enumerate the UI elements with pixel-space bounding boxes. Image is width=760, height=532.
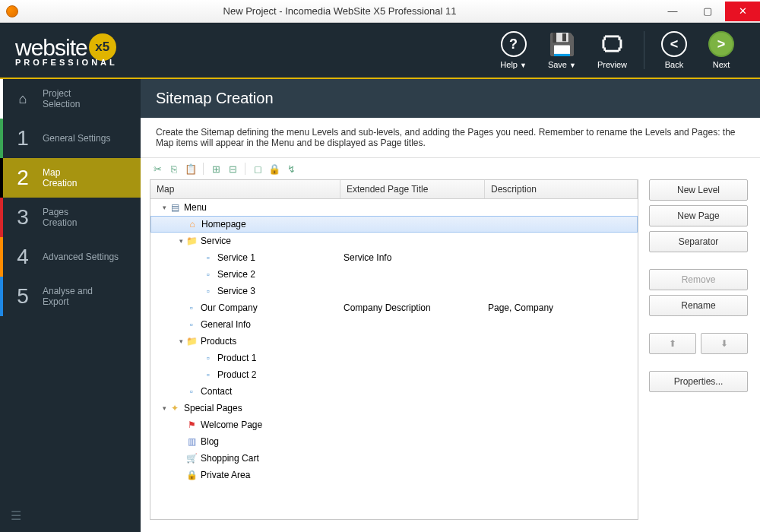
tree-node-label: Service 1: [217, 252, 255, 263]
tree-cell-ext: Company Description: [340, 302, 485, 313]
tree-row[interactable]: ▫Our CompanyCompany DescriptionPage, Com…: [150, 299, 638, 316]
cut-icon[interactable]: ✂: [150, 161, 165, 176]
step-number: 5: [11, 284, 35, 309]
tree-row[interactable]: ▾📁Products: [150, 333, 638, 350]
hide-icon[interactable]: ◻: [250, 161, 265, 176]
tree-cell-map: 🔒Private Area: [150, 469, 340, 481]
tree-row[interactable]: 🔒Private Area: [150, 467, 638, 483]
column-description[interactable]: Description: [485, 180, 638, 198]
tree-row[interactable]: ▫Product 1: [150, 350, 638, 366]
tree-node-label: Our Company: [201, 302, 258, 313]
tree-cell-ext: Service Info: [340, 252, 485, 263]
close-button[interactable]: ✕: [725, 2, 760, 21]
expander-icon[interactable]: ▾: [160, 204, 169, 211]
step-5[interactable]: 5Analyse and Export: [0, 277, 141, 316]
tree-cell-map: ▫Service 2: [150, 268, 340, 280]
tree-node-label: General Info: [201, 319, 251, 330]
column-extended-title[interactable]: Extended Page Title: [340, 180, 485, 198]
tree-row[interactable]: ⌂Homepage: [150, 216, 638, 233]
column-map[interactable]: Map: [150, 180, 340, 198]
step-label: Map Creation: [43, 167, 77, 188]
step-number: 2: [11, 166, 35, 190]
sitemap-tree: Map Extended Page Title Description ▾▤Me…: [150, 179, 638, 520]
move-up-button[interactable]: ⬆: [649, 333, 696, 354]
page-icon: ▫: [185, 302, 198, 314]
tree-node-label: Private Area: [201, 470, 250, 480]
rename-button[interactable]: Rename: [649, 295, 748, 316]
tree-row[interactable]: ▫Product 2: [150, 366, 638, 383]
tree-row[interactable]: ▥Blog: [150, 433, 638, 450]
folder-icon: 📁: [185, 335, 198, 347]
tree-cell-map: ▾📁Service: [150, 235, 340, 247]
logo-badge: x5: [89, 33, 116, 61]
preview-button[interactable]: 🖵 Preview: [597, 31, 627, 69]
preview-label: Preview: [597, 60, 627, 69]
new-page-button[interactable]: New Page: [649, 205, 748, 226]
tree-node-label: Product 1: [217, 353, 256, 363]
minimize-button[interactable]: —: [655, 2, 690, 21]
expander-icon[interactable]: ▾: [160, 404, 169, 412]
tree-toolbar: ✂ ⎘ 📋 ⊞ ⊟ ◻ 🔒 ↯: [141, 158, 760, 179]
tree-cell-map: ▾✦Special Pages: [150, 402, 340, 414]
step-4[interactable]: 4Advanced Settings: [0, 237, 141, 277]
tree-row[interactable]: ▫Service 3: [150, 283, 638, 299]
move-down-button[interactable]: ⬇: [701, 333, 748, 354]
cart-icon: 🛒: [185, 452, 198, 464]
logo-edition: PROFESSIONAL: [15, 58, 118, 67]
tree-row[interactable]: ▫Service 1Service Info: [150, 249, 638, 266]
step-number: 1: [11, 126, 35, 150]
link-icon[interactable]: ↯: [283, 161, 299, 176]
paste-icon[interactable]: 📋: [183, 161, 198, 176]
step-1[interactable]: 1General Settings: [0, 119, 141, 158]
tree-row[interactable]: ⚑Welcome Page: [150, 416, 638, 433]
step-0[interactable]: ⌂Project Selection: [0, 79, 141, 119]
back-button[interactable]: < Back: [661, 31, 687, 69]
expand-icon[interactable]: ⊞: [208, 161, 223, 176]
step-2[interactable]: 2Map Creation: [0, 158, 141, 198]
separator-button[interactable]: Separator: [649, 231, 748, 252]
tree-row[interactable]: 🛒Shopping Cart: [150, 450, 638, 467]
tree-cell-map: ▫Contact: [150, 385, 340, 397]
tree-cell-map: ▫General Info: [150, 318, 340, 331]
step-label: Analyse and Export: [43, 286, 93, 307]
tree-row[interactable]: ▫Service 2: [150, 266, 638, 283]
collapse-icon[interactable]: ⊟: [225, 161, 240, 176]
star-icon: ✦: [169, 402, 181, 414]
expander-icon[interactable]: ▾: [176, 337, 185, 345]
next-button[interactable]: > Next: [708, 31, 734, 69]
step-number: 4: [11, 245, 35, 269]
tree-node-label: Contact: [201, 386, 232, 397]
copy-icon[interactable]: ⎘: [166, 161, 182, 176]
help-icon: ?: [501, 31, 527, 57]
tree-cell-map: ▫Our Company: [150, 302, 340, 314]
step-label: Pages Creation: [43, 207, 77, 228]
step-number: ⌂: [11, 91, 35, 107]
main-panel: Sitemap Creation Create the Sitemap defi…: [141, 79, 760, 532]
lock-icon[interactable]: 🔒: [267, 161, 282, 176]
tree-body[interactable]: ▾▤Menu⌂Homepage▾📁Service▫Service 1Servic…: [150, 199, 638, 519]
tree-row[interactable]: ▫Contact: [150, 383, 638, 400]
tree-row[interactable]: ▾📁Service: [150, 233, 638, 249]
tree-row[interactable]: ▾▤Menu: [150, 199, 638, 216]
step-3[interactable]: 3Pages Creation: [0, 198, 141, 237]
tree-node-label: Product 2: [217, 369, 256, 380]
sidebar-collapse-icon[interactable]: ☰: [11, 508, 21, 523]
tree-row[interactable]: ▾✦Special Pages: [150, 400, 638, 416]
save-button[interactable]: 💾 Save▼: [548, 31, 576, 69]
remove-button[interactable]: Remove: [649, 269, 748, 290]
page-title: Sitemap Creation: [141, 79, 760, 118]
page-icon: ▫: [185, 318, 198, 331]
action-buttons: New Level New Page Separator Remove Rena…: [649, 179, 748, 520]
app-icon: [6, 5, 18, 17]
tree-node-label: Special Pages: [184, 403, 242, 413]
tree-cell-map: ▫Product 1: [150, 352, 340, 364]
maximize-button[interactable]: ▢: [690, 2, 725, 21]
expander-icon[interactable]: ▾: [176, 237, 185, 245]
logo: websitex5 PROFESSIONAL: [15, 33, 118, 67]
new-level-button[interactable]: New Level: [649, 179, 748, 201]
properties-button[interactable]: Properties...: [649, 371, 748, 392]
window-title: New Project - Incomedia WebSite X5 Profe…: [24, 5, 655, 17]
tree-row[interactable]: ▫General Info: [150, 316, 638, 333]
help-button[interactable]: ? Help▼: [500, 31, 527, 69]
tree-cell-map: 🛒Shopping Cart: [150, 452, 340, 464]
